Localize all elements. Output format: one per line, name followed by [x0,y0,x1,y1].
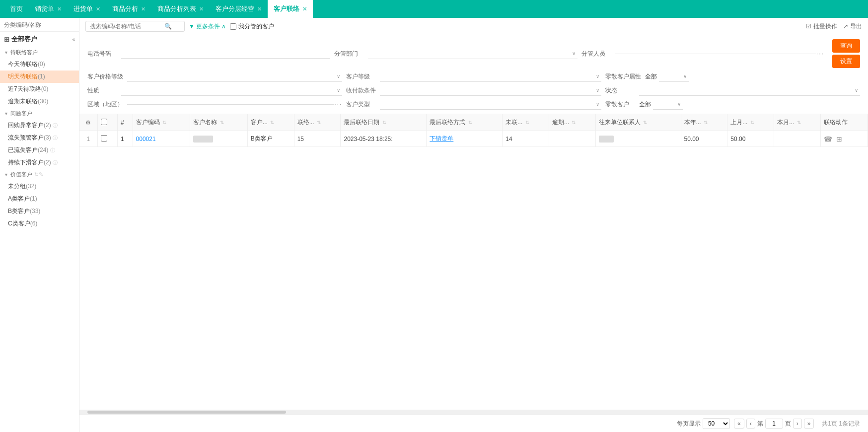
filter-customer-level: 客户等级 ∨ [346,71,601,82]
my-customer-checkbox[interactable] [230,23,236,30]
more-filter-button[interactable]: ▼ 更多条件 ∧ [189,22,226,31]
close-analysis-icon[interactable]: ✕ [141,6,145,12]
filter-status-select[interactable]: ∨ [639,85,860,96]
nav-home[interactable]: 首页 [4,0,29,18]
close-customer-tier-icon[interactable]: ✕ [257,6,262,12]
th-gear[interactable]: ⚙ [79,114,97,131]
sidebar-search-input[interactable] [4,21,78,28]
sidebar-item-churn-warning[interactable]: 流失预警客户(3) ⓘ [0,132,79,144]
close-purchase-icon[interactable]: ✕ [96,6,100,12]
sidebar-item-repurchase-anomaly[interactable]: 回购异常客户(2) ⓘ [0,119,79,132]
filter-phone-input[interactable] [121,49,330,59]
td-name[interactable]: Ea [190,131,248,147]
first-page-button[interactable]: « [734,419,744,429]
sidebar-item-today[interactable]: 今天待联络(0) [0,58,79,71]
td-last-method[interactable]: 下销货单 [427,131,503,147]
page-number-input[interactable] [765,419,783,429]
filter-price-level: 客户价格等级 ∨ [87,71,342,82]
filter-retail-attr: 零散客户属性 全部 ∨ [605,71,860,82]
sidebar-item-tomorrow[interactable]: 明天待联络(1) [0,71,79,83]
th-name[interactable]: 客户名称 ⇅ [190,114,248,131]
set-button[interactable]: 设置 [832,55,860,68]
td-code[interactable]: 000021 [133,131,190,147]
filter-customer-level-select[interactable]: ∨ [380,71,601,82]
filter-dept-select[interactable]: ∨ [368,48,577,59]
sidebar-item-class-c[interactable]: C类客户(6) [0,217,79,230]
th-code[interactable]: 客户编码 ⇅ [133,114,190,131]
filter-row-2: 客户价格等级 ∨ 客户等级 ∨ 零散客户属性 全部 ∨ [87,71,860,82]
filter-nature-select[interactable]: ∨ [121,85,342,96]
page-size-select[interactable]: 50 100 200 [703,418,730,429]
close-customer-contact-icon[interactable]: ✕ [302,6,307,12]
sidebar-item-class-a[interactable]: A类客户(1) [0,193,79,205]
chevron-down-icon-2: ∨ [337,73,340,79]
nav-customer-tier[interactable]: 客户分层经营 ✕ [210,0,268,18]
table-area: ⚙ # 客户编码 ⇅ 客户名称 ⇅ 客户... ⇅ 联络... ⇅ 最后联络日期… [79,114,868,410]
horizontal-scrollbar[interactable] [79,410,868,415]
all-customers-title[interactable]: ⊞ 全部客户 « [0,32,79,47]
th-checkbox[interactable] [97,114,117,131]
group-pending-contact[interactable]: 待联络客户 [0,47,79,58]
th-overdue[interactable]: 逾期... ⇅ [549,114,596,131]
sidebar-item-7days[interactable]: 近7天待联络(0) [0,83,79,95]
th-last-month[interactable]: 上月... ⇅ [727,114,774,131]
th-no-contact[interactable]: 未联... ⇅ [503,114,549,131]
filter-person-dots[interactable]: ··· [816,50,824,57]
sidebar-item-overdue[interactable]: 逾期未联络(30) [0,95,79,108]
sidebar-item-class-b[interactable]: B类客户(33) [0,205,79,217]
query-button[interactable]: 查询 [832,39,860,53]
prev-page-button[interactable]: ‹ [746,419,755,429]
last-page-button[interactable]: » [804,419,814,429]
sidebar-item-declining[interactable]: 持续下滑客户(2) ⓘ [0,156,79,169]
th-this-year[interactable]: 本年... ⇅ [681,114,727,131]
chevron-down-icon-3: ∨ [596,73,599,79]
next-page-button[interactable]: › [793,419,802,429]
select-all-checkbox[interactable] [101,119,107,125]
toolbar: 🔍 ▼ 更多条件 ∧ 我分管的客户 ☑ 批量操作 ↗ 导出 [79,18,868,35]
filter-retail-attr-select[interactable]: ∨ [659,71,689,82]
filter-row-1: 电话号码 分管部门 ∨ 分管人员 ··· 查询 设置 [87,39,860,68]
chevron-down-icon-9: ∨ [677,101,681,107]
filter-nature: 性质 ∨ [87,85,342,96]
th-last-method[interactable]: 最后联络方式 ⇅ [427,114,503,131]
sidebar-item-churned[interactable]: 已流失客户(24) ⓘ [0,144,79,156]
filter-price-level-select[interactable]: ∨ [127,71,342,82]
close-sales-icon[interactable]: ✕ [57,6,62,12]
td-this-year: 50.00 [681,131,727,147]
nav-purchase[interactable]: 进货单 ✕ [68,0,106,18]
action-phone-icon[interactable]: ☎ [824,135,832,143]
sidebar: 🔍 ⊞ 全部客户 « 待联络客户 今天待联络(0) 明天待联络(1) 近7天待联… [0,18,79,432]
action-qr-icon[interactable]: ⊞ [836,135,842,143]
close-analysis-list-icon[interactable]: ✕ [199,6,204,12]
th-unit-contact[interactable]: 往来单位联系人 ⇅ [595,114,681,131]
nav-analysis-list[interactable]: 商品分析列表 ✕ [151,0,210,18]
th-contact[interactable]: 联络... ⇅ [294,114,341,131]
th-this-month[interactable]: 本月... ⇅ [774,114,821,131]
filter-retail-customer-select[interactable]: ∨ [653,99,683,110]
td-checkbox[interactable] [97,131,117,147]
pagination: « ‹ 第 页 › » [734,419,814,429]
export-button[interactable]: ↗ 导出 [843,22,862,31]
group-problem-customer[interactable]: 问题客户 [0,108,79,119]
export-label: 导出 [850,22,862,31]
filter-customer-type-select[interactable]: ∨ [380,99,601,110]
chevron-down-icon: ∨ [572,51,576,56]
search-button[interactable]: 🔍 [164,23,172,30]
filter-payment-select[interactable]: ∨ [380,85,601,96]
th-type[interactable]: 客户... ⇅ [247,114,294,131]
nav-sales[interactable]: 销货单 ✕ [29,0,68,18]
group-value-customer[interactable]: 价值客户 ↻ ✎ [0,169,79,180]
my-customer-checkbox-label[interactable]: 我分管的客户 [230,22,274,31]
batch-op-button[interactable]: ☑ 批量操作 [806,22,837,31]
sidebar-item-ungrouped[interactable]: 未分组(32) [0,180,79,193]
row-checkbox[interactable] [101,135,107,142]
filter-region-dots[interactable]: ··· [334,101,342,108]
th-last-date[interactable]: 最后联络日期 ⇅ [341,114,427,131]
nav-analysis[interactable]: 商品分析 ✕ [106,0,151,18]
filter-status-label: 状态 [605,86,635,95]
sales-order-link[interactable]: 下销货单 [430,135,453,142]
all-customers-label: 全部客户 [11,35,37,44]
main-layout: 🔍 ⊞ 全部客户 « 待联络客户 今天待联络(0) 明天待联络(1) 近7天待联… [0,18,868,432]
nav-customer-contact[interactable]: 客户联络 ✕ [268,0,313,18]
search-input[interactable] [90,23,164,30]
